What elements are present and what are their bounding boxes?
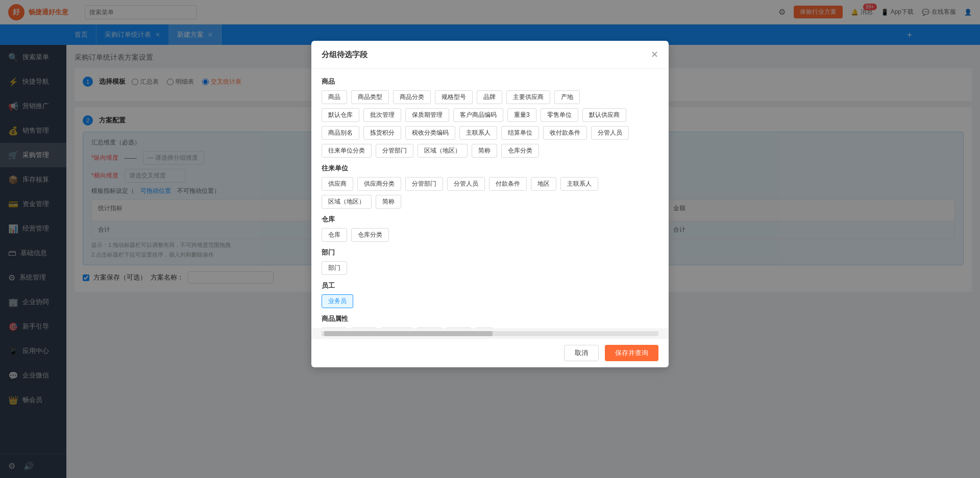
field-tag-batch-mgmt[interactable]: 批次管理 bbox=[363, 108, 401, 122]
modal-body: 商品 商品 商品类型 商品分类 规格型号 品牌 主要供应商 产地 默认仓库 批次… bbox=[311, 69, 669, 329]
field-tag-area[interactable]: 地区 bbox=[531, 177, 556, 191]
field-tag-customer-code[interactable]: 客户商品编码 bbox=[453, 108, 503, 122]
modal-footer: 取消 保存并查询 bbox=[311, 338, 669, 367]
field-tag-short-name2[interactable]: 简称 bbox=[376, 195, 401, 209]
field-tag-from-unit-cat[interactable]: 往来单位分类 bbox=[322, 144, 372, 158]
field-tag-short-name[interactable]: 简称 bbox=[472, 144, 497, 158]
section-title-warehouse: 仓库 bbox=[322, 215, 658, 224]
field-tag-supplier[interactable]: 供应商 bbox=[322, 177, 353, 191]
field-tag-payment-cond[interactable]: 付款条件 bbox=[489, 177, 527, 191]
field-tags-counterparty: 供应商 供应商分类 分管部门 分管人员 付款条件 地区 主联系人 bbox=[322, 177, 658, 191]
section-title-counterparty: 往来单位 bbox=[322, 164, 658, 173]
field-tag-goods-alias[interactable]: 商品别名 bbox=[322, 126, 359, 140]
field-tag-dep[interactable]: 部门 bbox=[322, 261, 347, 275]
modal-hscroll-track bbox=[322, 331, 658, 336]
field-tag-dept[interactable]: 分管部门 bbox=[405, 177, 443, 191]
field-tag-quality-mgmt[interactable]: 保质期管理 bbox=[405, 108, 449, 122]
field-tag-tax-code[interactable]: 税收分类编码 bbox=[405, 126, 455, 140]
save-button[interactable]: 保存并查询 bbox=[605, 345, 658, 361]
field-tag-goods-cat[interactable]: 商品分类 bbox=[393, 90, 431, 104]
field-tag-wh[interactable]: 仓库 bbox=[322, 228, 347, 242]
field-tag-brand[interactable]: 品牌 bbox=[477, 90, 502, 104]
field-tags-warehouse: 仓库 仓库分类 bbox=[322, 228, 658, 242]
modal-close-button[interactable]: ✕ bbox=[651, 49, 658, 60]
field-tag-region2[interactable]: 区域（地区） bbox=[322, 195, 372, 209]
field-tag-origin[interactable]: 产地 bbox=[554, 90, 580, 104]
field-tags-goods-row3: 商品别名 拣货积分 税收分类编码 主联系人 结算单位 收付款条件 分管人员 bbox=[322, 126, 658, 140]
field-tag-manager[interactable]: 分管人员 bbox=[591, 126, 629, 140]
field-tags-counterparty-row2: 区域（地区） 简称 bbox=[322, 195, 658, 209]
section-title-department: 部门 bbox=[322, 248, 658, 257]
field-tags-department: 部门 bbox=[322, 261, 658, 275]
modal-header: 分组待选字段 ✕ bbox=[311, 41, 669, 69]
field-tag-pick-points[interactable]: 拣货积分 bbox=[363, 126, 401, 140]
modal-hscroll-area bbox=[311, 329, 669, 338]
field-tag-weight3[interactable]: 重量3 bbox=[507, 108, 536, 122]
section-title-staff: 员工 bbox=[322, 281, 658, 290]
field-tag-spec-type[interactable]: 规格型号 bbox=[435, 90, 473, 104]
section-title-goods: 商品 bbox=[322, 77, 658, 86]
field-tag-wh-cat[interactable]: 仓库分类 bbox=[501, 144, 539, 158]
field-tag-goods-type[interactable]: 商品类型 bbox=[351, 90, 389, 104]
field-tag-salesperson[interactable]: 业务员 bbox=[322, 294, 353, 308]
field-tag-default-supplier[interactable]: 默认供应商 bbox=[582, 108, 626, 122]
cancel-button[interactable]: 取消 bbox=[564, 345, 599, 361]
field-tag-manage-dept[interactable]: 分管部门 bbox=[376, 144, 413, 158]
modal-title: 分组待选字段 bbox=[322, 50, 368, 60]
field-tag-retail-unit[interactable]: 零售单位 bbox=[541, 108, 578, 122]
field-tag-main-supplier[interactable]: 主要供应商 bbox=[506, 90, 550, 104]
field-tag-wh-cat2[interactable]: 仓库分类 bbox=[351, 228, 389, 242]
field-tag-default-wh[interactable]: 默认仓库 bbox=[322, 108, 359, 122]
field-tags-staff: 业务员 bbox=[322, 294, 658, 308]
field-tag-settle-unit[interactable]: 结算单位 bbox=[501, 126, 539, 140]
field-tag-supplier-cat[interactable]: 供应商分类 bbox=[357, 177, 401, 191]
field-tag-region[interactable]: 区域（地区） bbox=[418, 144, 468, 158]
modal-dialog: 分组待选字段 ✕ 商品 商品 商品类型 商品分类 规格型号 品牌 主要供应商 产… bbox=[311, 41, 669, 367]
modal-hscroll-thumb[interactable] bbox=[324, 331, 493, 336]
field-tag-cp-staff[interactable]: 分管人员 bbox=[447, 177, 485, 191]
field-tags-goods: 商品 商品类型 商品分类 规格型号 品牌 主要供应商 产地 bbox=[322, 90, 658, 104]
field-tags-goods-row4: 往来单位分类 分管部门 区域（地区） 简称 仓库分类 bbox=[322, 144, 658, 158]
field-tag-payment-terms[interactable]: 收付款条件 bbox=[543, 126, 587, 140]
field-tag-goods[interactable]: 商品 bbox=[322, 90, 347, 104]
modal-overlay: 分组待选字段 ✕ 商品 商品 商品类型 商品分类 规格型号 品牌 主要供应商 产… bbox=[0, 0, 980, 478]
field-tags-goods-row2: 默认仓库 批次管理 保质期管理 客户商品编码 重量3 零售单位 默认供应商 bbox=[322, 108, 658, 122]
field-tag-contact[interactable]: 主联系人 bbox=[560, 177, 598, 191]
section-title-goods-attr: 商品属性 bbox=[322, 314, 658, 323]
field-tag-main-contact[interactable]: 主联系人 bbox=[459, 126, 497, 140]
